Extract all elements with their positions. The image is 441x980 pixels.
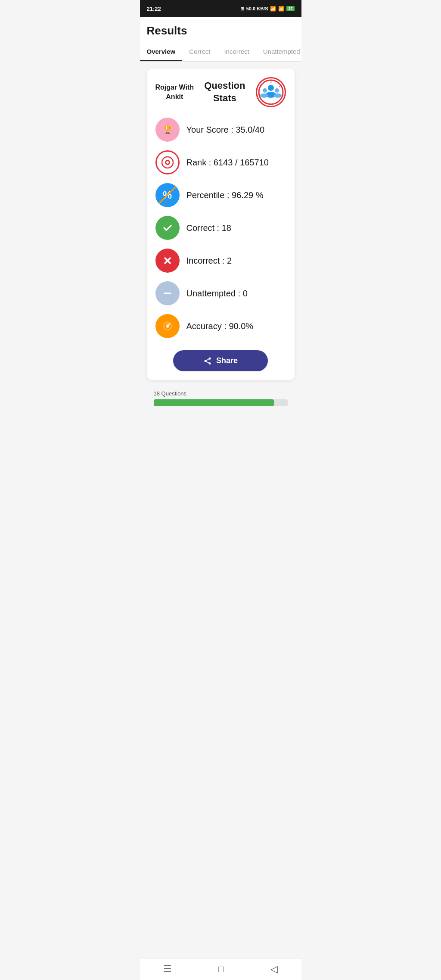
bluetooth-icon: ⊞: [240, 6, 244, 12]
brand-logo: ★ ★ ★: [256, 77, 286, 107]
tab-overview[interactable]: Overview: [140, 43, 183, 62]
battery-icon: 37: [286, 6, 294, 11]
percentile-text: Percentile : 96.29 %: [186, 190, 264, 200]
stat-unattempted: Unattempted : 0: [155, 281, 286, 305]
svg-point-27: [204, 360, 206, 362]
stat-accuracy: Accuracy : 90.0%: [155, 314, 286, 338]
back-icon[interactable]: ◁: [270, 964, 278, 975]
status-icons: ⊞ 50.0 KB/S 📶 📶 37: [240, 6, 295, 12]
card-header: Rojgar WithAnkit QuestionStats ★ ★ ★: [155, 77, 286, 107]
progress-section: 18 Questions: [147, 383, 295, 413]
progress-label: 18 Questions: [154, 390, 288, 397]
brand-name: Rojgar WithAnkit: [155, 83, 194, 102]
svg-point-14: [166, 161, 169, 164]
results-card: Rojgar WithAnkit QuestionStats ★ ★ ★: [147, 68, 295, 380]
rank-text: Rank : 6143 / 165710: [186, 158, 269, 168]
svg-line-29: [206, 361, 209, 363]
accuracy-text: Accuracy : 90.0%: [186, 321, 254, 331]
svg-text:🏆: 🏆: [163, 125, 173, 134]
svg-point-5: [275, 88, 279, 93]
stat-incorrect: Incorrect : 2: [155, 249, 286, 273]
svg-point-26: [208, 357, 211, 359]
page-header: Results: [140, 17, 301, 43]
stat-correct: Correct : 18: [155, 216, 286, 240]
wifi-icon: 📶: [270, 6, 276, 12]
tab-correct[interactable]: Correct: [182, 43, 217, 62]
unattempted-icon: [155, 281, 180, 305]
main-content: Rojgar WithAnkit QuestionStats ★ ★ ★: [140, 62, 301, 420]
unattempted-text: Unattempted : 0: [186, 289, 248, 299]
tab-incorrect[interactable]: Incorrect: [217, 43, 256, 62]
menu-icon[interactable]: ☰: [163, 964, 172, 975]
svg-point-3: [263, 88, 267, 93]
incorrect-icon: [155, 249, 180, 273]
svg-line-30: [206, 359, 209, 360]
progress-bar-fill: [154, 399, 274, 406]
tab-unattempted[interactable]: Unattempted: [256, 43, 301, 62]
home-icon[interactable]: □: [218, 964, 224, 975]
share-button[interactable]: Share: [173, 350, 268, 371]
score-icon: 🏆: [155, 118, 180, 142]
stat-score: 🏆 Your Score : 35.0/40: [155, 118, 286, 142]
signal-icon: 📶: [278, 6, 284, 12]
percentile-icon: [155, 183, 180, 207]
stats-list: 🏆 Your Score : 35.0/40 Rank : 6143 / 165…: [155, 118, 286, 338]
nav-bar: ☰ □ ◁: [140, 958, 301, 980]
svg-point-1: [268, 85, 274, 91]
status-time: 21:22: [147, 6, 161, 12]
stat-rank: Rank : 6143 / 165710: [155, 150, 286, 174]
svg-point-6: [274, 93, 282, 98]
share-label: Share: [216, 356, 238, 365]
page-title: Results: [147, 24, 295, 43]
incorrect-text: Incorrect : 2: [186, 256, 232, 266]
correct-icon: [155, 216, 180, 240]
svg-point-4: [260, 93, 268, 98]
progress-bar-bg: [154, 399, 288, 406]
status-bar: 21:22 ⊞ 50.0 KB/S 📶 📶 37: [140, 0, 301, 17]
correct-text: Correct : 18: [186, 223, 231, 233]
data-speed: 50.0 KB/S: [246, 6, 268, 11]
rank-icon: [155, 150, 180, 174]
accuracy-icon: [155, 314, 180, 338]
score-text: Your Score : 35.0/40: [186, 125, 265, 135]
card-title: QuestionStats: [204, 80, 245, 104]
stat-percentile: Percentile : 96.29 %: [155, 183, 286, 207]
svg-point-28: [208, 362, 211, 364]
tabs-container: Overview Correct Incorrect Unattempted: [140, 43, 301, 62]
